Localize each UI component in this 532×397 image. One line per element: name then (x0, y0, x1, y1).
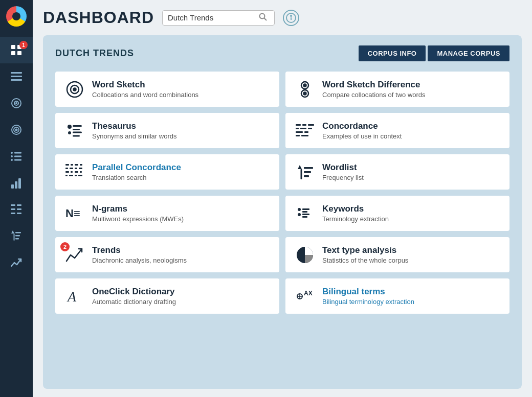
bilingual-text: Bilingual terms Bilingual terminology ex… (322, 287, 414, 306)
svg-rect-65 (70, 168, 73, 169)
sidebar-item-concordance[interactable] (0, 90, 33, 116)
parallel-concordance-icon (64, 163, 85, 181)
card-bilingual-terms[interactable]: AX Bilingual terms Bilingual terminology… (285, 278, 509, 314)
card-ngrams[interactable]: N≡ N-grams Multiword expressions (MWEs) (55, 196, 279, 231)
bilingual-icon: AX (295, 287, 315, 306)
card-concordance[interactable]: Concordance Examples of use in context (285, 113, 509, 148)
svg-rect-84 (302, 211, 307, 213)
svg-point-13 (11, 152, 13, 154)
wordlist-text: Wordlist Frequency list (322, 162, 364, 181)
svg-rect-0 (11, 45, 15, 49)
svg-rect-70 (75, 171, 78, 173)
keywords-icon (295, 204, 315, 223)
svg-rect-19 (11, 184, 14, 189)
concordance-text: Concordance Examples of use in context (322, 121, 402, 140)
card-word-sketch[interactable]: Word Sketch Collocations and word combin… (55, 72, 279, 107)
card-parallel-concordance[interactable]: Parallel Concordance Translation search (55, 154, 279, 190)
card-trends[interactable]: 2 Trends Diachronic analysis, neologisms (55, 237, 279, 272)
sidebar-item-trends[interactable] (0, 249, 33, 276)
trends-text: Trends Diachronic analysis, neologisms (92, 245, 187, 264)
cards-grid: Word Sketch Collocations and word combin… (55, 72, 509, 314)
sidebar-item-word-sketch[interactable] (0, 116, 33, 143)
sidebar-item-bullet-list[interactable] (0, 143, 33, 170)
svg-rect-54 (300, 128, 306, 129)
ngrams-text: N-grams Multiword expressions (MWEs) (92, 204, 184, 223)
thesaurus-text: Thesaurus Synonyms and similar words (92, 121, 176, 140)
svg-point-32 (260, 13, 265, 18)
info-button[interactable] (283, 10, 299, 26)
svg-rect-74 (75, 175, 77, 176)
svg-rect-61 (71, 164, 73, 166)
svg-line-33 (264, 18, 267, 20)
dashboard-badge: 1 (19, 41, 28, 49)
word-sketch-text: Word Sketch Collocations and word combin… (92, 80, 198, 99)
search-input[interactable] (168, 13, 255, 22)
concordance-desc: Examples of use in context (322, 132, 402, 140)
word-sketch-diff-text: Word Sketch Difference Compare collocati… (322, 80, 426, 99)
svg-rect-21 (18, 178, 21, 189)
trends-title: Trends (92, 245, 187, 255)
svg-rect-85 (302, 214, 309, 215)
svg-rect-73 (69, 175, 73, 176)
oneclick-desc: Automatic dictionary drafting (92, 298, 176, 306)
thesaurus-title: Thesaurus (92, 121, 176, 131)
svg-point-81 (298, 208, 301, 211)
svg-rect-26 (11, 213, 15, 214)
svg-rect-79 (304, 175, 309, 177)
ngrams-icon: N≡ (64, 206, 85, 221)
sidebar-item-wordlist[interactable] (0, 223, 33, 249)
trends-desc: Diachronic analysis, neologisms (92, 256, 187, 264)
svg-rect-25 (17, 208, 21, 210)
svg-rect-22 (11, 204, 15, 206)
svg-text:AX: AX (304, 290, 313, 297)
svg-rect-14 (14, 152, 21, 154)
card-thesaurus[interactable]: Thesaurus Synonyms and similar words (55, 113, 279, 148)
sidebar-item-ngrams[interactable] (0, 196, 33, 223)
main-content: DASHBOARD DUTCH TRENDS CORPUS INFO (33, 0, 532, 397)
card-wordlist[interactable]: Wordlist Frequency list (285, 154, 509, 190)
card-text-type-analysis[interactable]: Text type analysis Statistics of the who… (285, 237, 509, 272)
svg-rect-30 (15, 235, 20, 237)
logo[interactable] (0, 0, 33, 33)
word-sketch-icon (64, 80, 85, 99)
svg-point-17 (11, 159, 13, 161)
ngrams-desc: Multiword expressions (MWEs) (92, 215, 184, 223)
svg-rect-78 (304, 171, 311, 173)
concordance-icon (295, 122, 315, 140)
svg-rect-56 (296, 131, 303, 133)
svg-rect-60 (65, 164, 69, 166)
sidebar: 1 (0, 0, 33, 397)
svg-point-12 (16, 129, 17, 131)
svg-point-43 (304, 92, 306, 95)
card-word-sketch-difference[interactable]: Word Sketch Difference Compare collocati… (285, 72, 509, 107)
svg-rect-71 (80, 171, 82, 173)
svg-point-36 (291, 15, 292, 16)
concordance-title: Concordance (322, 121, 402, 131)
svg-rect-67 (79, 168, 82, 169)
corpus-info-button[interactable]: CORPUS INFO (359, 45, 426, 61)
svg-rect-77 (304, 167, 313, 169)
sidebar-item-dashboard[interactable]: 1 (0, 37, 33, 63)
oneclick-icon: A (64, 287, 85, 306)
card-keywords[interactable]: Keywords Terminology extraction (285, 196, 509, 231)
svg-rect-69 (71, 171, 73, 173)
wordlist-icon (295, 163, 315, 181)
svg-rect-51 (302, 124, 306, 126)
svg-rect-63 (80, 164, 82, 166)
svg-rect-50 (296, 124, 301, 126)
sidebar-item-list[interactable] (0, 63, 33, 90)
svg-rect-53 (296, 128, 299, 129)
svg-point-41 (304, 84, 306, 86)
keywords-desc: Terminology extraction (322, 215, 389, 223)
svg-point-15 (11, 155, 13, 157)
svg-rect-45 (73, 125, 82, 127)
svg-rect-62 (75, 164, 78, 166)
trends-badge: 2 (60, 242, 70, 251)
manage-corpus-button[interactable]: MANAGE CORPUS (428, 45, 509, 61)
svg-rect-24 (11, 208, 15, 210)
svg-rect-27 (17, 213, 21, 214)
card-oneclick-dictionary[interactable]: A OneClick Dictionary Automatic dictiona… (55, 278, 279, 314)
search-box[interactable] (162, 10, 275, 26)
sidebar-item-frequency[interactable] (0, 170, 33, 196)
keywords-text: Keywords Terminology extraction (322, 204, 389, 223)
